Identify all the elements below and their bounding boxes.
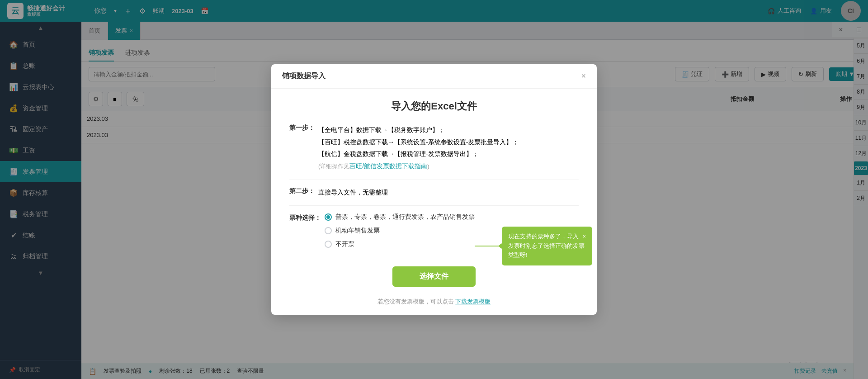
- radio-group: 普票，专票，卷票，通行费发票，农产品销售发票 机动车销售发票 不开票: [325, 213, 475, 248]
- divider1: [289, 180, 579, 180]
- modal: 销项数据导入 × 导入您的Excel文件 第一步： 【全电平台】数据下载→【税务…: [271, 64, 597, 314]
- select-file-btn[interactable]: 选择文件: [392, 266, 476, 287]
- step1-label: 第一步：: [289, 124, 315, 132]
- modal-header: 销项数据导入 ×: [271, 64, 597, 89]
- step1-note-pre: (详细操作见: [318, 163, 349, 170]
- step2-row: 第二步： 直接导入文件，无需整理: [289, 187, 579, 198]
- radio-label-2: 不开票: [335, 240, 354, 248]
- radio-item-0[interactable]: 普票，专票，卷票，通行费发票，农产品销售发票: [325, 213, 475, 221]
- modal-big-title: 导入您的Excel文件: [289, 99, 579, 113]
- radio-item-1[interactable]: 机动车销售发票: [325, 227, 475, 235]
- radio-label: 票种选择：: [289, 213, 321, 222]
- radio-dot-0: [326, 215, 330, 219]
- modal-title: 销项数据导入: [282, 71, 326, 81]
- step1-link: (详细操作见百旺/航信发票数据下载指南): [318, 160, 519, 172]
- modal-close-btn[interactable]: ×: [581, 71, 586, 81]
- step1-row: 第一步： 【全电平台】数据下载→【税务数字账户】； 【百旺】税控盘数据下载→【系…: [289, 124, 579, 172]
- modal-body: 导入您的Excel文件 第一步： 【全电平台】数据下载→【税务数字账户】； 【百…: [271, 89, 597, 259]
- tooltip-text: 现在支持的票种多了，导入发票时别忘了选择正确的发票类型呀!: [508, 233, 585, 259]
- radio-label-0: 普票，专票，卷票，通行费发票，农产品销售发票: [335, 213, 475, 221]
- modal-overlay: 销项数据导入 × 导入您的Excel文件 第一步： 【全电平台】数据下载→【税务…: [0, 0, 868, 379]
- download-template-link[interactable]: 下载发票模版: [455, 298, 491, 305]
- step2-label: 第二步：: [289, 187, 315, 195]
- radio-label-1: 机动车销售发票: [335, 227, 380, 235]
- radio-item-2[interactable]: 不开票: [325, 240, 475, 248]
- step1-line2: 【百旺】税控盘数据下载→【系统设置-系统参数设置-发票批量导入】；: [318, 136, 519, 148]
- radio-circle-1: [325, 227, 332, 234]
- tooltip-close-btn[interactable]: ×: [582, 232, 586, 242]
- bottom-note-text: 若您没有发票模版，可以点击: [377, 298, 454, 305]
- step1-note-post: ): [427, 163, 429, 170]
- step1-line3: 【航信】金税盘数据下载→【报税管理-发票数据导出】；: [318, 148, 519, 160]
- modal-bottom-note: 若您没有发票模版，可以点击 下载发票模版: [271, 298, 597, 315]
- step1-guide-link[interactable]: 百旺/航信发票数据下载指南: [349, 162, 427, 170]
- step2-content: 直接导入文件，无需整理: [318, 189, 388, 197]
- radio-circle-2: [325, 241, 332, 248]
- divider2: [289, 205, 579, 206]
- radio-circle-0: [325, 213, 332, 221]
- step1-line1: 【全电平台】数据下载→【税务数字账户】；: [318, 124, 519, 136]
